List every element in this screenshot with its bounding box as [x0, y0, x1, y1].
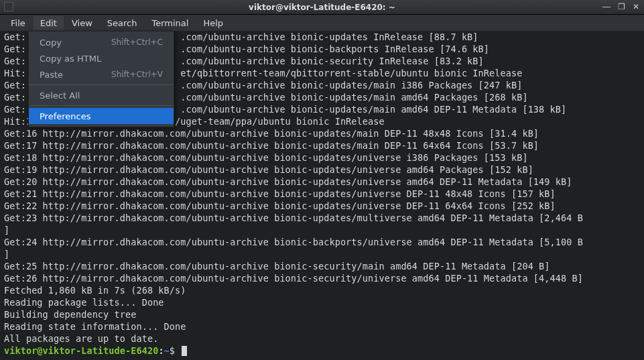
terminal-line: Building dependency tree: [4, 308, 640, 320]
terminal-prompt[interactable]: viktor@viktor-Latitude-E6420:~$: [4, 345, 640, 357]
terminal-line: Get:17 http://mirror.dhakacom.com/ubuntu…: [4, 139, 640, 152]
terminal-line: All packages are up to date.: [4, 333, 640, 345]
cursor-icon: [182, 346, 187, 356]
menu-select-all-label: Select All: [40, 91, 80, 101]
terminal-app-icon: [4, 2, 13, 11]
menubar: File Edit View Search Terminal Help: [0, 15, 644, 31]
menu-paste-shortcut: Shift+Ctrl+V: [111, 70, 163, 79]
terminal-line: Get:26 http://mirror.dhakacom.com/ubuntu…: [4, 272, 640, 284]
menu-file[interactable]: File: [4, 16, 32, 30]
menu-separator: [29, 105, 174, 106]
menu-separator: [29, 84, 174, 85]
terminal-line: Reading state information... Done: [4, 320, 640, 333]
terminal-line: Get:19 http://mirror.dhakacom.com/ubuntu…: [4, 164, 640, 176]
menu-copy-html[interactable]: Copy as HTML: [29, 50, 174, 66]
terminal-line: Get:18 http://mirror.dhakacom.com/ubuntu…: [4, 152, 640, 164]
menu-view[interactable]: View: [65, 16, 99, 30]
edit-dropdown: Copy Shift+Ctrl+C Copy as HTML Paste Shi…: [28, 31, 174, 127]
menu-paste[interactable]: Paste Shift+Ctrl+V: [29, 66, 174, 82]
close-button[interactable]: ✕: [631, 1, 641, 12]
menu-paste-label: Paste: [40, 70, 63, 80]
menu-edit[interactable]: Edit: [34, 16, 64, 30]
menu-copy-shortcut: Shift+Ctrl+C: [111, 38, 163, 47]
menu-copy-html-label: Copy as HTML: [40, 54, 101, 64]
minimize-button[interactable]: —: [601, 1, 612, 12]
window-title: viktor@viktor-Latitude-E6420: ~: [249, 3, 395, 12]
terminal-line: Get:21 http://mirror.dhakacom.com/ubuntu…: [4, 188, 640, 200]
prompt-path: ~: [164, 345, 170, 356]
window-controls: — ❐ ✕: [601, 1, 641, 12]
terminal-line: Get:22 http://mirror.dhakacom.com/ubuntu…: [4, 200, 640, 212]
menu-help[interactable]: Help: [196, 16, 230, 30]
menu-copy-label: Copy: [40, 38, 62, 48]
titlebar: viktor@viktor-Latitude-E6420: ~ — ❐ ✕: [0, 0, 644, 15]
menu-copy[interactable]: Copy Shift+Ctrl+C: [29, 34, 174, 50]
maximize-button[interactable]: ❐: [616, 1, 627, 12]
terminal-line: ]: [4, 248, 640, 260]
prompt-user-host: viktor@viktor-Latitude-E6420: [4, 345, 158, 356]
menu-terminal[interactable]: Terminal: [145, 16, 195, 30]
terminal-line: Get:25 http://mirror.dhakacom.com/ubuntu…: [4, 260, 640, 272]
terminal-line: Get:24 http://mirror.dhakacom.com/ubuntu…: [4, 236, 640, 248]
menu-select-all[interactable]: Select All: [29, 87, 174, 103]
terminal-line: Fetched 1,860 kB in 7s (268 kB/s): [4, 284, 640, 296]
menu-preferences[interactable]: Preferences: [29, 108, 174, 124]
terminal-line: Reading package lists... Done: [4, 296, 640, 308]
menu-search[interactable]: Search: [101, 16, 144, 30]
terminal-line: Get:23 http://mirror.dhakacom.com/ubuntu…: [4, 212, 640, 224]
terminal-line: ]: [4, 224, 640, 236]
menu-preferences-label: Preferences: [40, 111, 90, 121]
prompt-dollar: $: [170, 345, 180, 356]
terminal-line: Get:20 http://mirror.dhakacom.com/ubuntu…: [4, 176, 640, 188]
prompt-colon: :: [158, 345, 164, 356]
terminal-line: Get:16 http://mirror.dhakacom.com/ubuntu…: [4, 127, 640, 139]
